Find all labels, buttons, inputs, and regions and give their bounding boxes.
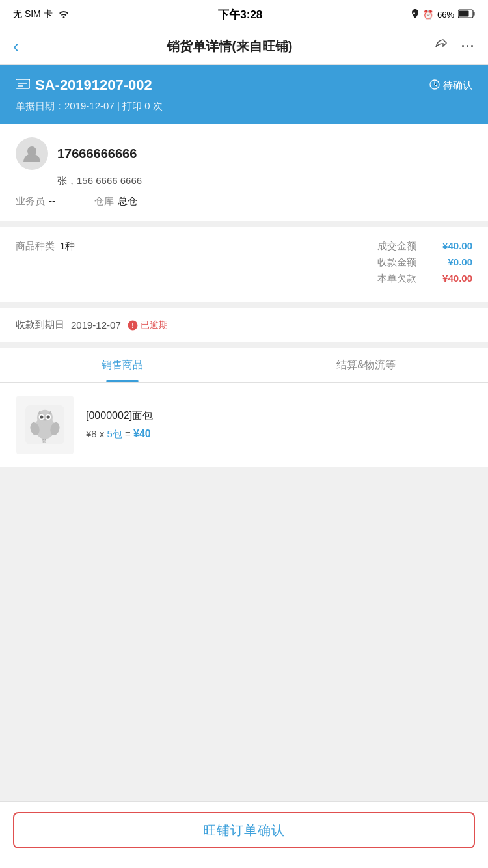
svg-rect-2: [473, 12, 474, 16]
product-type-value: 1种: [60, 240, 75, 252]
due-amount-value: ¥40.00: [427, 273, 472, 285]
summary-right: 成交金额 ¥40.00 收款金额 ¥0.00 本单欠款 ¥40.00: [377, 240, 472, 289]
order-header-card: SA-20191207-002 待确认 单据日期：2019-12-07 | 打印…: [0, 65, 488, 124]
alarm-icon: ⏰: [423, 10, 433, 20]
price-text: ¥8 x: [86, 428, 107, 439]
eq-text: =: [122, 428, 133, 439]
warehouse-value: 总仓: [118, 195, 137, 208]
customer-phone: 17666666666: [57, 146, 137, 161]
salesperson-label: 业务员: [16, 195, 45, 208]
warehouse-label: 仓库: [94, 195, 114, 208]
product-info: [0000002]面包 ¥8 x 5包 = ¥40: [86, 409, 472, 441]
bottom-spacer: [0, 474, 488, 565]
share-icon[interactable]: [434, 38, 448, 55]
due-amount-label: 本单欠款: [377, 273, 416, 285]
deal-amount-label: 成交金额: [377, 240, 416, 252]
overdue-text: 已逾期: [141, 319, 168, 331]
status-bar: 无 SIM 卡 下午3:28 ⏰ 66%: [0, 0, 488, 29]
footer: 旺铺订单确认: [0, 801, 488, 868]
battery-text: 66%: [437, 10, 454, 20]
warehouse-item: 仓库 总仓: [94, 195, 137, 208]
received-amount-row: 收款金额 ¥0.00: [377, 256, 472, 269]
total-text: ¥40: [133, 428, 151, 439]
tab-products[interactable]: 销售商品: [0, 348, 244, 382]
tab-settlement[interactable]: 结算&物流等: [244, 348, 488, 382]
status-time: 下午3:28: [218, 7, 262, 22]
overdue-badge: ! 已逾期: [128, 319, 168, 331]
svg-text:!: !: [131, 322, 133, 329]
due-amount-row: 本单欠款 ¥40.00: [377, 273, 472, 285]
page-title: 销货单详情(来自旺铺): [167, 38, 292, 55]
svg-rect-1: [459, 10, 468, 16]
deal-amount-value: ¥40.00: [427, 240, 472, 252]
status-right: ⏰ 66%: [411, 9, 475, 20]
due-date-label: 收款到期日: [16, 319, 64, 331]
product-type-row: 商品种类 1种: [16, 240, 75, 252]
more-icon[interactable]: ···: [461, 40, 475, 53]
salesperson-item: 业务员 --: [16, 195, 55, 208]
order-icon: [16, 77, 30, 94]
product-list: 管+ [0000002]面包 ¥8 x 5包 = ¥40: [0, 383, 488, 467]
product-item: 管+ [0000002]面包 ¥8 x 5包 = ¥40: [0, 383, 488, 467]
back-button[interactable]: ‹: [13, 36, 25, 57]
avatar: [16, 137, 48, 170]
customer-header: 17666666666: [16, 137, 472, 170]
summary-left: 商品种类 1种: [16, 240, 75, 252]
location-icon: [411, 9, 419, 20]
salesperson-value: --: [49, 195, 55, 208]
customer-meta: 业务员 -- 仓库 总仓: [16, 195, 472, 208]
product-image: 管+: [16, 396, 74, 454]
no-sim-text: 无 SIM 卡: [13, 8, 53, 20]
svg-point-13: [40, 415, 43, 418]
order-status: 待确认: [429, 79, 472, 92]
tabs-bar: 销售商品 结算&物流等: [0, 348, 488, 383]
qty-text: 5包: [107, 428, 122, 439]
deal-amount-row: 成交金额 ¥40.00: [377, 240, 472, 252]
product-price: ¥8 x 5包 = ¥40: [86, 428, 472, 441]
tab-products-label: 销售商品: [102, 359, 143, 372]
nav-bar: ‹ 销货单详情(来自旺铺) ···: [0, 29, 488, 65]
order-header-top: SA-20191207-002 待确认: [16, 77, 472, 94]
due-date-section: 收款到期日 2019-12-07 ! 已逾期: [0, 308, 488, 342]
svg-point-14: [47, 415, 50, 418]
svg-text:管+: 管+: [42, 439, 49, 443]
tab-underline: [106, 380, 139, 382]
nav-actions: ···: [434, 38, 475, 55]
confirm-button[interactable]: 旺铺订单确认: [13, 812, 475, 848]
customer-name-phone: 张，156 6666 6666: [16, 175, 472, 187]
order-number: SA-20191207-002: [16, 77, 152, 94]
due-date-value: 2019-12-07: [71, 319, 121, 331]
svg-rect-3: [16, 79, 30, 88]
summary-section: 商品种类 1种 成交金额 ¥40.00 收款金额 ¥0.00 本单欠款 ¥40.…: [0, 227, 488, 302]
order-date: 单据日期：2019-12-07 | 打印 0 次: [16, 100, 472, 113]
clock-icon: [429, 79, 440, 92]
tab-settlement-label: 结算&物流等: [336, 359, 396, 372]
customer-section: 17666666666 张，156 6666 6666 业务员 -- 仓库 总仓: [0, 124, 488, 221]
received-amount-value: ¥0.00: [427, 256, 472, 269]
received-amount-label: 收款金额: [377, 256, 416, 269]
battery-icon: [458, 9, 475, 20]
status-left: 无 SIM 卡: [13, 8, 70, 20]
product-type-label: 商品种类: [16, 240, 55, 252]
wifi-icon: [58, 9, 70, 20]
product-name: [0000002]面包: [86, 409, 472, 423]
